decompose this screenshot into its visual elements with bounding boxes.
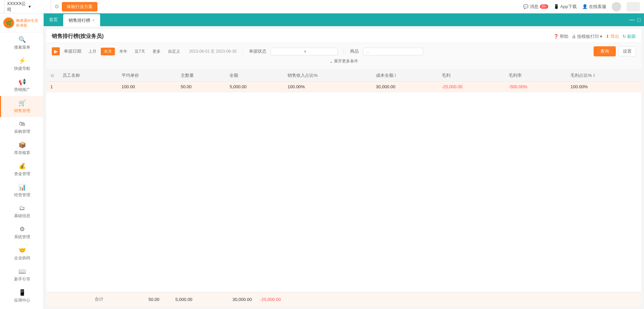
- sidebar-label-basic-info: 基础信息: [14, 213, 30, 219]
- cell-rank: 1: [46, 82, 58, 92]
- trial-button[interactable]: 体验行业方案: [62, 2, 97, 11]
- footer-sales-ratio: [198, 298, 228, 301]
- message-item[interactable]: 💬 消息 99+: [523, 4, 548, 10]
- filter-toggle-btn[interactable]: ▶: [52, 47, 60, 55]
- refresh-button[interactable]: ↻ 刷新: [622, 34, 636, 40]
- filter-area: ▶ 单据日期 上月 本月 本年 近7天 更多 自定义 2023-06-01 至 …: [46, 43, 641, 70]
- sidebar-item-wechat[interactable]: 💬 企业微信: [0, 307, 43, 309]
- goods-placeholder: ...: [366, 49, 370, 54]
- export-button[interactable]: ⬇ 导出: [606, 34, 619, 40]
- cooperation-icon: 🤝: [18, 247, 26, 254]
- sidebar-item-search[interactable]: 🔍 搜索菜单: [0, 33, 43, 54]
- filter-row-1: ▶ 单据日期 上月 本月 本年 近7天 更多 自定义 2023-06-01 至 …: [52, 46, 636, 56]
- company-name: XXXXX公司: [7, 1, 27, 13]
- sidebar-item-sales[interactable]: 🛒 销售管理: [0, 96, 43, 117]
- status-select[interactable]: ▾: [270, 48, 338, 55]
- tab-minimize-icon[interactable]: —: [629, 17, 635, 23]
- content-area: 首页 销售排行榜 × — □ 销售排行榜(按业务员) ❓ 帮助: [44, 13, 644, 309]
- date-tab-custom[interactable]: 自定义: [165, 48, 183, 55]
- message-badge: 99+: [540, 4, 548, 9]
- sidebar-item-inventory[interactable]: 📦 库存核算: [0, 138, 43, 159]
- col-gross-ratio: 毛利占比% ℹ: [566, 70, 641, 82]
- message-icon: 💬: [523, 4, 528, 9]
- date-tab-7days[interactable]: 近7天: [132, 48, 148, 55]
- tab-home[interactable]: 首页: [44, 13, 63, 26]
- cell-avg-price: 100.00: [118, 82, 177, 92]
- online-service-item[interactable]: 👤 在线客服: [582, 4, 606, 10]
- settings-button[interactable]: 设置: [618, 46, 636, 56]
- top-bar-right: 💬 消息 99+ 📱 App下载 👤 在线客服: [523, 2, 640, 11]
- sidebar-item-purchase[interactable]: 🛍 采购管理: [0, 117, 43, 138]
- sidebar-label-cooperation: 企业协同: [14, 255, 30, 261]
- query-button[interactable]: 查询: [594, 46, 616, 56]
- sidebar-item-marketing[interactable]: 📢 营销推广: [0, 75, 43, 96]
- service-icon: 👤: [582, 4, 588, 9]
- sidebar-item-cooperation[interactable]: 🤝 企业协同: [0, 243, 43, 264]
- tab-bar-right: — □: [629, 17, 644, 23]
- logo-text: 畅康通好生意 标准版: [16, 18, 38, 28]
- footer-cost: 30,000.00: [228, 296, 256, 303]
- sidebar-item-finance[interactable]: 💰 资金管理: [0, 159, 43, 180]
- date-tab-this-month[interactable]: 本月: [101, 48, 115, 55]
- guide-icon: 📖: [18, 268, 26, 275]
- export-icon: ⬇: [606, 34, 609, 39]
- sidebar-label-quick-nav: 快捷导航: [14, 66, 30, 71]
- col-cost: 成本全额 ℹ: [372, 70, 438, 82]
- sidebar-item-management[interactable]: 📊 经营管理: [0, 180, 43, 201]
- settings-icon[interactable]: ⚙: [54, 3, 59, 10]
- footer-quantity: 50.00: [144, 296, 171, 303]
- dropdown-icon: ▾: [29, 4, 48, 9]
- sidebar-item-quick-nav[interactable]: ⚡ 快捷导航: [0, 54, 43, 75]
- sidebar-label-inventory: 库存核算: [14, 150, 30, 156]
- expand-more-btn[interactable]: ⌄ 展开更多条件: [330, 58, 358, 64]
- sales-icon: 🛒: [18, 99, 26, 107]
- active-tab-label: 销售排行榜: [69, 17, 90, 23]
- col-amount: 全额: [225, 70, 284, 82]
- sidebar-item-basic-info[interactable]: 🗂 基础信息: [0, 201, 43, 222]
- cost-info-icon[interactable]: ℹ: [394, 73, 396, 78]
- date-range-display: 2023-06-01 至 2023-06-30: [189, 49, 237, 54]
- cell-gross-profit: -25,000.00: [438, 82, 505, 92]
- cell-amount: 5,000.00: [225, 82, 284, 92]
- date-tab-more[interactable]: 更多: [149, 48, 164, 55]
- tab-close-icon[interactable]: ×: [92, 18, 95, 23]
- main-layout: 🌿 畅康通好生意 标准版 🔍 搜索菜单 ⚡ 快捷导航 📢 营销推广 🛒 销售管理…: [0, 13, 644, 309]
- app-download-item[interactable]: 📱 App下载: [554, 4, 577, 10]
- date-tab-this-year[interactable]: 本年: [116, 48, 130, 55]
- company-selector[interactable]: XXXXX公司 ▾: [4, 0, 51, 14]
- sidebar-label-purchase: 采购管理: [14, 129, 30, 135]
- tab-sales-rank[interactable]: 销售排行榜 ×: [63, 14, 100, 27]
- page-header: 销售排行榜(按业务员) ❓ 帮助 🖨 按模板打印 ▾ ⬇ 导出: [46, 29, 641, 43]
- date-label: 单据日期: [64, 48, 81, 54]
- quick-nav-icon: ⚡: [18, 57, 26, 64]
- table-footer: 合计 50.00 5,000.00 30,000.00 -25,000.00: [46, 292, 641, 306]
- app-download-label: App下载: [560, 4, 577, 10]
- message-label: 消息: [530, 4, 539, 10]
- ratio-info-icon[interactable]: ℹ: [593, 73, 595, 78]
- sidebar-item-guide[interactable]: 📖 新手引导: [0, 264, 43, 286]
- expand-row: ⌄ 展开更多条件: [52, 56, 636, 66]
- sidebar-item-app-center[interactable]: 📱 应用中心: [0, 286, 43, 307]
- sidebar-item-system[interactable]: ⚙ 系统管理: [0, 222, 43, 243]
- col-settings-icon[interactable]: ⚙: [50, 73, 54, 78]
- sidebar-label-finance: 资金管理: [14, 171, 30, 177]
- help-button[interactable]: ❓ 帮助: [553, 34, 568, 40]
- date-tab-last-month[interactable]: 上月: [85, 48, 99, 55]
- avatar[interactable]: [612, 2, 621, 11]
- col-settings[interactable]: ⚙: [46, 70, 58, 82]
- col-avg-price: 平均单价: [118, 70, 177, 82]
- footer-gross-profit: -25,000.00: [256, 296, 285, 303]
- print-button[interactable]: 🖨 按模板打印 ▾: [572, 34, 602, 40]
- home-tab-label: 首页: [49, 17, 58, 23]
- sidebar-label-sales: 销售管理: [14, 108, 30, 114]
- top-bar: XXXXX公司 ▾ ⚙ 体验行业方案 💬 消息 99+ 📱 App下载 👤 在线…: [0, 0, 644, 13]
- refresh-icon: ↻: [622, 34, 626, 39]
- tab-maximize-icon[interactable]: □: [637, 17, 641, 23]
- filter-divider-2: [344, 48, 344, 55]
- sidebar-label-system: 系统管理: [14, 234, 30, 240]
- print-dropdown-icon: ▾: [600, 34, 602, 39]
- footer-total-label: 合计: [91, 295, 118, 304]
- goods-input[interactable]: ...: [363, 48, 423, 55]
- purchase-icon: 🛍: [19, 120, 25, 127]
- user-name-placeholder: [627, 2, 640, 11]
